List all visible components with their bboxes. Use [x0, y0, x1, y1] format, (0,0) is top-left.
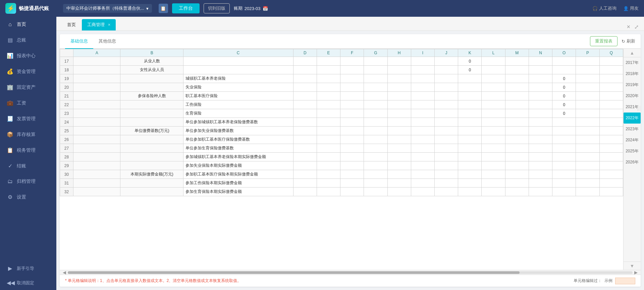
cell-col-b[interactable] [120, 153, 183, 161]
cell-col-p[interactable] [576, 92, 599, 100]
cell-col-q[interactable] [599, 92, 623, 100]
cell-col-p[interactable] [576, 170, 599, 179]
cell-col-i[interactable] [411, 83, 434, 92]
cell-col-m[interactable] [505, 100, 529, 109]
cell-col-j[interactable] [435, 153, 458, 161]
cell-col-o[interactable]: 0 [552, 100, 576, 109]
cell-col-h[interactable] [387, 135, 411, 144]
cell-col-e[interactable] [317, 135, 340, 144]
cell-col-h[interactable] [387, 109, 411, 118]
calendar-icon[interactable]: 📅 [263, 6, 268, 11]
company-icon-btn[interactable]: 📋 [159, 4, 168, 13]
sidebar-item-ledger[interactable]: ▤总账 [0, 32, 56, 48]
cell-col-p[interactable] [576, 83, 599, 92]
cell-col-o[interactable]: 0 [552, 109, 576, 118]
cell-col-q[interactable] [599, 170, 623, 179]
cell-col-b[interactable] [120, 118, 183, 127]
cell-col-e[interactable] [317, 74, 340, 83]
cell-col-j[interactable] [435, 66, 458, 74]
cell-col-m[interactable] [505, 144, 529, 153]
cell-col-a[interactable] [73, 118, 120, 127]
cell-col-p[interactable] [576, 144, 599, 153]
cell-col-f[interactable] [340, 179, 364, 188]
cell-col-m[interactable] [505, 109, 529, 118]
cell-col-o[interactable]: 0 [552, 92, 576, 100]
cell-col-j[interactable] [435, 118, 458, 127]
cell-col-d[interactable] [293, 66, 317, 74]
cell-col-q[interactable] [599, 135, 623, 144]
cell-col-b[interactable]: 本期实际缴费金额(万元) [120, 170, 183, 179]
cell-col-p[interactable] [576, 127, 599, 135]
cell-col-b[interactable] [120, 179, 183, 188]
cell-col-g[interactable] [364, 153, 387, 161]
cell-col-o[interactable] [552, 179, 576, 188]
cell-col-o[interactable] [552, 57, 576, 66]
year-item-2018年[interactable]: 2018年 [624, 68, 641, 79]
cell-col-o[interactable] [552, 127, 576, 135]
cell-col-q[interactable] [599, 153, 623, 161]
cell-col-f[interactable] [340, 170, 364, 179]
cell-col-b[interactable]: 单位缴费基数(万元) [120, 127, 183, 135]
cell-col-j[interactable] [435, 127, 458, 135]
cell-col-o[interactable]: 0 [552, 83, 576, 92]
cell-col-a[interactable] [73, 179, 120, 188]
cell-col-h[interactable] [387, 57, 411, 66]
scroll-left-icon[interactable]: ◀ [61, 270, 68, 275]
close-window-icon[interactable]: × [627, 23, 630, 30]
cell-col-m[interactable] [505, 135, 529, 144]
cell-col-b[interactable] [120, 109, 183, 118]
cell-col-b[interactable] [120, 100, 183, 109]
cell-col-f[interactable] [340, 57, 364, 66]
cell-col-e[interactable] [317, 144, 340, 153]
year-item-2020年[interactable]: 2020年 [624, 90, 641, 101]
tab-business[interactable]: 工商管理 × [82, 19, 116, 30]
cell-col-e[interactable] [317, 66, 340, 74]
cell-col-l[interactable] [482, 179, 505, 188]
cell-col-m[interactable] [505, 92, 529, 100]
company-selector[interactable]: 中审众环会计师事务所（特殊普通合伙... ▾ [63, 4, 152, 13]
cell-col-g[interactable] [364, 57, 387, 66]
year-item-2022年[interactable]: 2022年 [624, 113, 641, 124]
sidebar-item-unpin[interactable]: ◀◀ 取消固定 [0, 276, 56, 290]
cell-col-d[interactable] [293, 83, 317, 92]
cell-col-k[interactable] [458, 109, 482, 118]
cell-col-f[interactable] [340, 161, 364, 170]
cell-col-f[interactable] [340, 83, 364, 92]
cell-col-h[interactable] [387, 127, 411, 135]
cell-col-g[interactable] [364, 170, 387, 179]
cell-col-g[interactable] [364, 92, 387, 100]
year-scroll-up[interactable]: ▲ [624, 49, 641, 57]
cell-col-e[interactable] [317, 161, 340, 170]
cell-col-b[interactable] [120, 188, 183, 196]
cell-col-a[interactable] [73, 100, 120, 109]
cell-col-e[interactable] [317, 188, 340, 196]
cell-col-a[interactable] [73, 66, 120, 74]
year-scroll-down[interactable]: ▼ [624, 262, 641, 270]
cell-col-o[interactable] [552, 161, 576, 170]
cell-col-b[interactable]: 女性从业人员 [120, 66, 183, 74]
cell-col-i[interactable] [411, 188, 434, 196]
cell-col-q[interactable] [599, 74, 623, 83]
cell-col-o[interactable] [552, 144, 576, 153]
cell-col-i[interactable] [411, 179, 434, 188]
cell-col-i[interactable] [411, 161, 434, 170]
cell-col-b[interactable] [120, 144, 183, 153]
cell-col-h[interactable] [387, 74, 411, 83]
cell-col-j[interactable] [435, 109, 458, 118]
year-item-2023年[interactable]: 2023年 [624, 124, 641, 135]
sidebar-item-home[interactable]: ⌂首页 [0, 17, 56, 32]
cell-col-p[interactable] [576, 135, 599, 144]
cell-col-j[interactable] [435, 161, 458, 170]
cell-col-k[interactable] [458, 135, 482, 144]
cell-col-c[interactable]: 参加失业保险本期实际缴费金额 [183, 161, 293, 170]
cell-col-j[interactable] [435, 188, 458, 196]
sub-tab-other[interactable]: 其他信息 [93, 34, 121, 49]
cell-col-l[interactable] [482, 57, 505, 66]
cell-col-p[interactable] [576, 118, 599, 127]
cell-col-n[interactable] [529, 109, 552, 118]
cell-col-d[interactable] [293, 127, 317, 135]
sidebar-item-inventory[interactable]: 📦库存核算 [0, 127, 56, 142]
cell-col-i[interactable] [411, 118, 434, 127]
cell-col-q[interactable] [599, 144, 623, 153]
cell-col-c[interactable] [183, 57, 293, 66]
